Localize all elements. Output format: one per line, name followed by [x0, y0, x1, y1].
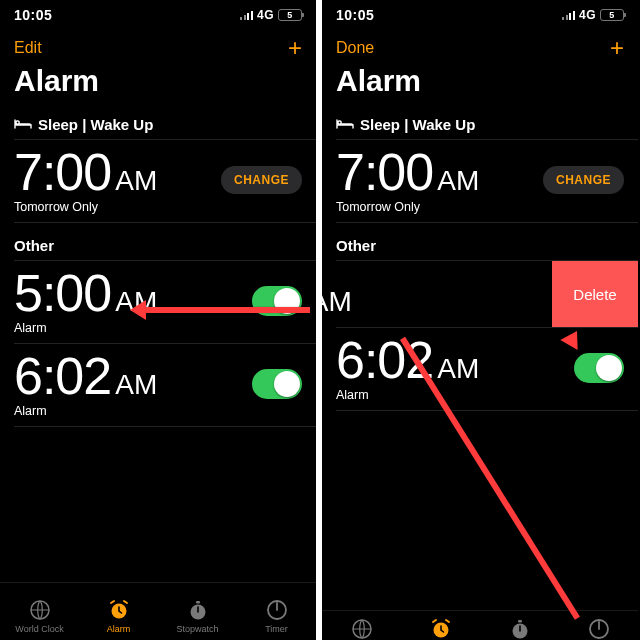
sleep-time: 7:00 [14, 143, 111, 201]
tab-label: World Clock [15, 624, 63, 634]
nav-bar: Edit + [0, 30, 316, 64]
sleep-time: 7:00 [336, 143, 433, 201]
tab-label: Timer [265, 624, 288, 634]
alarm-time: 5:00 [14, 264, 111, 322]
sleep-ampm: AM [115, 165, 157, 196]
change-button[interactable]: CHANGE [221, 166, 302, 194]
alarm-icon [107, 598, 131, 622]
tab-alarm[interactable]: Alarm [79, 598, 158, 634]
add-alarm-button[interactable]: + [610, 36, 624, 60]
svg-rect-8 [518, 620, 522, 623]
stopwatch-icon [508, 617, 532, 640]
tab-timer[interactable] [559, 617, 638, 640]
alarm-row[interactable]: 5:00AM Alarm [0, 261, 316, 343]
alarm-toggle[interactable] [574, 353, 624, 383]
battery-icon: 5 [600, 9, 624, 21]
other-header-label: Other [336, 237, 376, 254]
done-button[interactable]: Done [336, 39, 374, 57]
edit-button[interactable]: Edit [14, 39, 42, 57]
alarm-toggle[interactable] [252, 369, 302, 399]
globe-icon [28, 598, 52, 622]
tab-world-clock[interactable]: World Clock [0, 598, 79, 634]
timer-icon [587, 617, 611, 640]
alarm-icon [429, 617, 453, 640]
tab-bar: World Clock Alarm Stopwatch Timer [0, 582, 316, 640]
status-right: 4G 5 [562, 8, 624, 22]
page-title: Alarm [0, 64, 316, 108]
alarm-row-swiped[interactable]: 00AM Delete [322, 261, 638, 327]
sleep-subtitle: Tomorrow Only [336, 200, 543, 214]
bed-icon [14, 116, 32, 133]
alarm-row[interactable]: 6:02AM Alarm [0, 344, 316, 426]
tab-bar-partial [322, 610, 638, 640]
alarm-label: Alarm [336, 388, 574, 402]
bed-icon [336, 116, 354, 133]
alarm-label: Alarm [14, 321, 252, 335]
other-section-header: Other [0, 223, 316, 260]
alarm-time: 6:02 [336, 331, 433, 389]
tab-label: Alarm [107, 624, 131, 634]
alarm-ampm: AM [115, 369, 157, 400]
page-title: Alarm [322, 64, 638, 108]
alarm-time: 6:02 [14, 347, 111, 405]
status-bar: 10:05 4G 5 [322, 0, 638, 30]
phone-right: 10:05 4G 5 Done + Alarm Sleep | Wake Up … [322, 0, 638, 640]
nav-bar: Done + [322, 30, 638, 64]
svg-rect-3 [196, 601, 200, 604]
alarm-ampm: AM [322, 286, 352, 317]
tab-timer[interactable]: Timer [237, 598, 316, 634]
change-button[interactable]: CHANGE [543, 166, 624, 194]
alarm-row[interactable]: 6:02AM Alarm [322, 328, 638, 410]
stopwatch-icon [186, 598, 210, 622]
sleep-row[interactable]: 7:00AM Tomorrow Only CHANGE [322, 140, 638, 222]
status-bar: 10:05 4G 5 [0, 0, 316, 30]
sleep-header-label: Sleep | Wake Up [360, 116, 475, 133]
add-alarm-button[interactable]: + [288, 36, 302, 60]
other-section-header: Other [322, 223, 638, 260]
alarm-toggle[interactable] [252, 286, 302, 316]
tab-world-clock[interactable] [322, 617, 401, 640]
sleep-header-label: Sleep | Wake Up [38, 116, 153, 133]
signal-icon [240, 10, 253, 20]
network-label: 4G [257, 8, 274, 22]
tab-label: Stopwatch [176, 624, 218, 634]
status-right: 4G 5 [240, 8, 302, 22]
battery-icon: 5 [278, 9, 302, 21]
alarm-ampm: AM [437, 353, 479, 384]
timer-icon [265, 598, 289, 622]
alarm-ampm: AM [115, 286, 157, 317]
tab-stopwatch[interactable] [480, 617, 559, 640]
other-header-label: Other [14, 237, 54, 254]
status-time: 10:05 [14, 7, 52, 23]
sleep-section-header: Sleep | Wake Up [322, 108, 638, 139]
sleep-row[interactable]: 7:00AM Tomorrow Only CHANGE [0, 140, 316, 222]
phone-left: 10:05 4G 5 Edit + Alarm Sleep | Wake Up … [0, 0, 316, 640]
sleep-section-header: Sleep | Wake Up [0, 108, 316, 139]
delete-button[interactable]: Delete [552, 261, 638, 327]
sleep-subtitle: Tomorrow Only [14, 200, 221, 214]
network-label: 4G [579, 8, 596, 22]
tab-stopwatch[interactable]: Stopwatch [158, 598, 237, 634]
globe-icon [350, 617, 374, 640]
signal-icon [562, 10, 575, 20]
status-time: 10:05 [336, 7, 374, 23]
alarm-label: Alarm [14, 404, 252, 418]
sleep-ampm: AM [437, 165, 479, 196]
tab-alarm[interactable] [401, 617, 480, 640]
